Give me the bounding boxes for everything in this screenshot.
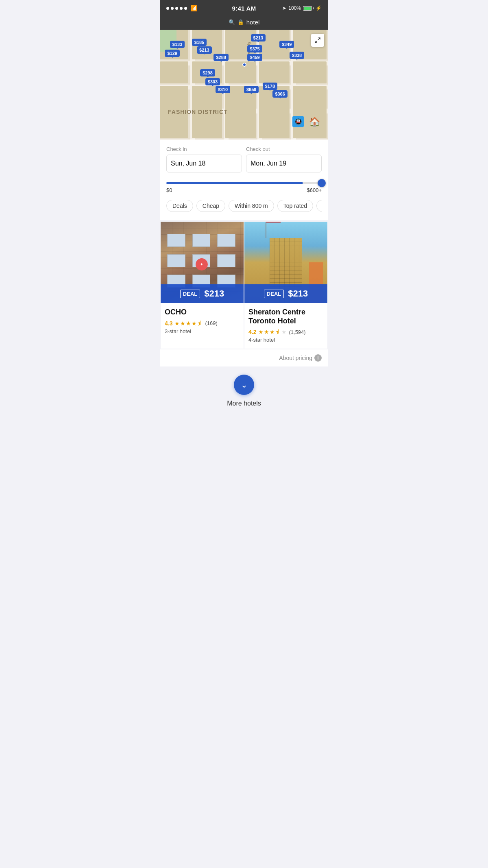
chip-within-800m[interactable]: Within 800 m	[229, 200, 274, 212]
price-pin-178[interactable]: $178	[263, 83, 277, 90]
search-icon: 🔍	[229, 19, 235, 25]
map-background: FASHION DISTRICT Spadina Ave $133 $129 $…	[160, 30, 328, 140]
map-block-8	[225, 61, 256, 83]
flag-pole: 🍁	[266, 222, 266, 238]
slider-labels: $0 $600+	[166, 187, 322, 193]
sstar-3: ★	[270, 329, 275, 335]
chip-luxury[interactable]: Luxury	[316, 200, 322, 212]
info-button[interactable]: i	[314, 354, 322, 362]
map-expand-button[interactable]	[311, 34, 324, 47]
checkout-input[interactable]: Mon, Jun 19	[246, 155, 322, 172]
price-pin-375[interactable]: $375	[247, 45, 262, 52]
price-pin-366[interactable]: $366	[272, 90, 287, 98]
map-block-15	[293, 86, 327, 139]
price-max: $600+	[307, 187, 322, 193]
map-block-9	[259, 61, 290, 83]
price-pin-133[interactable]: $133	[170, 41, 185, 48]
more-hotels-section: ⌄ More hotels	[160, 366, 328, 419]
signal-dot-2	[171, 7, 174, 10]
search-query[interactable]: hotel	[246, 19, 260, 26]
house-icon: 🏠	[309, 117, 320, 127]
info-icon: i	[317, 355, 318, 360]
fashion-district-label: FASHION DISTRICT	[168, 109, 228, 115]
sstar-5-empty: ★	[281, 329, 287, 335]
sheraton-type: 4-star hotel	[248, 337, 323, 343]
signal-dot-3	[175, 7, 178, 10]
filter-chips: Deals Cheap Within 800 m Top rated Luxur…	[166, 195, 322, 214]
checkin-field[interactable]: Check in Sun, Jun 18	[166, 146, 242, 172]
hotel-card-sheraton[interactable]: 🍁 DEAL $213 Sheraton Centre Toronto Hote…	[244, 222, 327, 349]
star-3: ★	[186, 320, 191, 327]
more-hotels-button[interactable]: ⌄	[234, 375, 254, 395]
sheraton-reviews: (1,594)	[289, 329, 305, 335]
hotel-name-sheraton: Sheraton Centre Toronto Hotel	[248, 308, 323, 325]
status-left: 📶	[166, 5, 197, 11]
hotel-name-ocho: OCHO	[165, 308, 240, 317]
price-pin-338[interactable]: $338	[290, 52, 304, 59]
sstar-2: ★	[264, 329, 269, 335]
window-6	[217, 254, 235, 267]
price-pin-288[interactable]: $288	[214, 54, 228, 61]
ocho-sign: ✦	[196, 258, 208, 270]
price-pin-310[interactable]: $310	[216, 86, 230, 93]
chip-cheap[interactable]: Cheap	[196, 200, 225, 212]
hotels-section: ✦ DEAL $213 OCHO 4.3 ★ ★ ★ ★ ⯨	[160, 220, 328, 419]
price-pin-459[interactable]: $459	[247, 54, 262, 61]
star-4: ★	[192, 320, 197, 327]
price-pin-659[interactable]: $659	[244, 86, 259, 93]
ocho-type: 3-star hotel	[165, 328, 240, 334]
hotels-grid: ✦ DEAL $213 OCHO 4.3 ★ ★ ★ ★ ⯨	[160, 221, 328, 349]
chip-deals[interactable]: Deals	[166, 200, 193, 212]
hotel-image-sheraton: 🍁 DEAL $213	[244, 222, 327, 303]
transit-icon[interactable]: 🚇	[292, 116, 304, 127]
battery-percent: 100%	[288, 5, 301, 11]
checkout-label: Check out	[246, 146, 322, 152]
checkin-input[interactable]: Sun, Jun 18	[166, 155, 242, 172]
checkout-field[interactable]: Check out Mon, Jun 19	[246, 146, 322, 172]
battery-fill	[304, 7, 311, 10]
hotel-info-sheraton: Sheraton Centre Toronto Hotel 4.2 ★ ★ ★ …	[244, 303, 327, 349]
checkin-label: Check in	[166, 146, 242, 152]
date-row: Check in Sun, Jun 18 Check out Mon, Jun …	[166, 146, 322, 172]
price-pin-213-top[interactable]: $213	[251, 34, 266, 41]
chip-top-rated[interactable]: Top rated	[277, 200, 313, 212]
hotel-rating-row-sheraton: 4.2 ★ ★ ★ ⯨ ★ (1,594)	[248, 329, 323, 335]
price-pin-298[interactable]: $298	[200, 69, 215, 76]
status-time: 9:41 AM	[232, 5, 256, 12]
charging-icon: ⚡	[316, 5, 322, 11]
sheraton-deal-label: DEAL	[264, 290, 284, 298]
price-pin-185[interactable]: $185	[192, 39, 207, 46]
slider-track[interactable]	[166, 182, 322, 184]
price-pin-349[interactable]: $349	[279, 41, 294, 48]
window-1	[167, 234, 185, 247]
deal-badge-sheraton: DEAL $213	[244, 284, 327, 303]
hotel-card-ocho[interactable]: ✦ DEAL $213 OCHO 4.3 ★ ★ ★ ★ ⯨	[161, 222, 244, 349]
about-pricing-text: About pricing	[279, 355, 312, 361]
map-container[interactable]: FASHION DISTRICT Spadina Ave $133 $129 $…	[160, 30, 328, 140]
slider-thumb[interactable]	[318, 179, 326, 187]
price-pin-129[interactable]: $129	[165, 50, 179, 57]
status-bar: 📶 9:41 AM ➤ 100% ⚡	[160, 0, 328, 16]
lock-icon: 🔒	[237, 19, 244, 25]
search-bar[interactable]: 🔍 🔒 hotel	[160, 16, 328, 30]
price-pin-303[interactable]: $303	[205, 78, 220, 85]
battery-icon	[303, 6, 314, 11]
window-3	[217, 234, 235, 247]
price-slider-container: $0 $600+	[166, 179, 322, 195]
sstar-4-half: ⯨	[275, 329, 281, 335]
battery-body	[303, 6, 312, 11]
sheraton-deal-price: $213	[288, 288, 308, 299]
map-block-6	[160, 61, 188, 83]
sstar-1: ★	[258, 329, 264, 335]
map-nav-dot	[242, 63, 246, 67]
sheraton-stars: ★ ★ ★ ⯨ ★	[258, 329, 287, 335]
map-block-10	[293, 61, 327, 83]
wifi-icon: 📶	[190, 5, 197, 11]
ocho-deal-price: $213	[204, 288, 224, 299]
about-pricing-row: About pricing i	[160, 349, 328, 366]
star-5-half: ⯨	[197, 320, 203, 327]
price-pin-213-2[interactable]: $213	[197, 46, 211, 54]
filters-section: Check in Sun, Jun 18 Check out Mon, Jun …	[160, 140, 328, 220]
hotel-rating-row-ocho: 4.3 ★ ★ ★ ★ ⯨ (169)	[165, 320, 240, 327]
window-2	[192, 234, 211, 247]
